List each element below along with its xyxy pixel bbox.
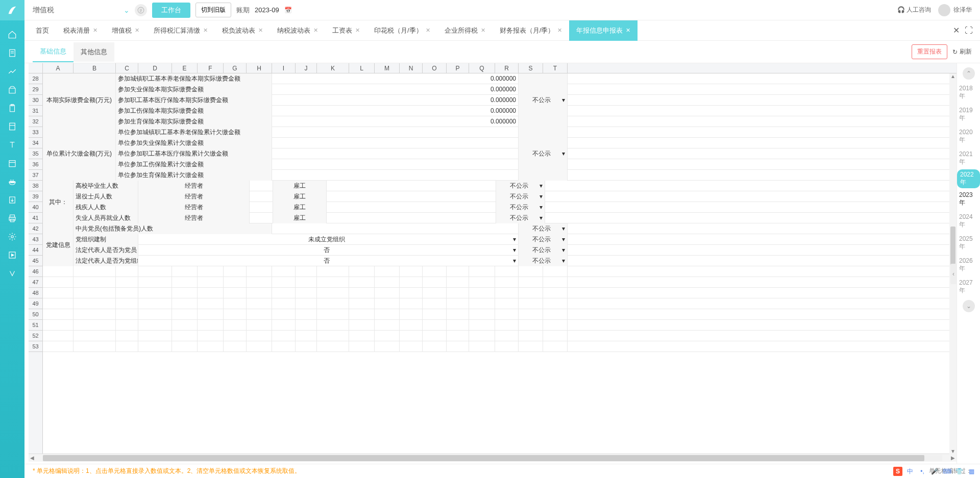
empty-cell[interactable] xyxy=(495,331,519,341)
empty-cell[interactable] xyxy=(447,277,469,288)
year-up-arrow[interactable]: ⌃ xyxy=(963,67,975,80)
empty-cell[interactable] xyxy=(224,277,247,288)
tab-3[interactable]: 所得税汇算清缴✕ xyxy=(146,20,215,41)
year-2026年[interactable]: 2026年 xyxy=(957,254,980,276)
col-header-I[interactable]: I xyxy=(272,63,296,73)
tab-0[interactable]: 首页 xyxy=(29,20,56,41)
col-header-M[interactable]: M xyxy=(375,63,400,73)
empty-cell[interactable] xyxy=(400,331,423,341)
close-icon[interactable]: ✕ xyxy=(426,27,430,34)
list-icon[interactable] xyxy=(135,4,147,16)
ime-mic-icon[interactable]: 🎤 xyxy=(930,467,939,476)
value-cell[interactable]: 0.000000 xyxy=(272,106,519,116)
item-label[interactable]: 失业人员再就业人数 xyxy=(74,213,138,223)
col-header-T[interactable]: T xyxy=(543,63,568,73)
empty-cell[interactable] xyxy=(224,298,247,309)
empty-cell[interactable] xyxy=(43,320,74,331)
empty-cell[interactable] xyxy=(272,309,296,320)
empty-cell[interactable] xyxy=(43,277,74,288)
empty-cell[interactable] xyxy=(423,288,447,298)
empty-cell[interactable] xyxy=(447,320,469,331)
select-all-corner[interactable] xyxy=(29,63,43,73)
empty-cell[interactable] xyxy=(423,341,447,352)
value-cell[interactable] xyxy=(272,138,519,148)
empty-cell[interactable] xyxy=(317,266,349,277)
item-label[interactable]: 退役士兵人数 xyxy=(74,191,138,202)
nav-settings-icon[interactable] xyxy=(0,228,24,246)
empty-cell[interactable] xyxy=(519,331,543,341)
empty-cell[interactable] xyxy=(349,331,375,341)
row-header-33[interactable]: 33 xyxy=(29,127,42,138)
empty-cell[interactable] xyxy=(224,266,247,277)
close-icon[interactable]: ✕ xyxy=(313,27,318,34)
row-header-41[interactable]: 41 xyxy=(29,213,42,223)
empty-cell[interactable] xyxy=(495,266,519,277)
empty-cell[interactable] xyxy=(349,266,375,277)
col-header-P[interactable]: P xyxy=(447,63,469,73)
nav-home-icon[interactable] xyxy=(0,26,24,44)
row-header-47[interactable]: 47 xyxy=(29,277,42,288)
empty-cell[interactable] xyxy=(447,288,469,298)
empty-cell[interactable] xyxy=(247,277,272,288)
item-label[interactable]: 党组织建制 xyxy=(74,234,138,245)
row-header-49[interactable]: 49 xyxy=(29,298,42,309)
empty-cell[interactable] xyxy=(495,288,519,298)
item-label[interactable]: 中共党员(包括预备党员)人数 xyxy=(74,223,272,234)
dropdown-cell[interactable]: 否▾ xyxy=(138,245,519,256)
row-header-51[interactable]: 51 xyxy=(29,320,42,331)
empty-cell[interactable] xyxy=(543,266,568,277)
disclose-dropdown[interactable]: 不公示▾ xyxy=(519,234,568,245)
empty-cell[interactable] xyxy=(423,320,447,331)
empty-cell[interactable] xyxy=(375,309,400,320)
year-2027年[interactable]: 2027年 xyxy=(957,276,980,298)
empty-cell[interactable] xyxy=(375,266,400,277)
app-logo[interactable] xyxy=(0,0,24,20)
empty-cell[interactable] xyxy=(349,298,375,309)
year-2020年[interactable]: 2020年 xyxy=(957,125,980,147)
empty-cell[interactable] xyxy=(138,341,172,352)
col-header-E[interactable]: E xyxy=(172,63,198,73)
disclose-dropdown[interactable]: 不公示▾ xyxy=(519,127,568,181)
close-icon[interactable]: ✕ xyxy=(258,27,263,34)
empty-cell[interactable] xyxy=(272,320,296,331)
empty-cell[interactable] xyxy=(543,341,568,352)
empty-cell[interactable] xyxy=(469,331,495,341)
row-header-46[interactable]: 46 xyxy=(29,266,42,277)
empty-cell[interactable] xyxy=(296,331,317,341)
row-header-52[interactable]: 52 xyxy=(29,331,42,341)
tab-5[interactable]: 纳税波动表✕ xyxy=(270,20,325,41)
nav-doc-icon[interactable] xyxy=(0,44,24,62)
disclose-dropdown[interactable]: 不公示▾ xyxy=(519,245,568,256)
ime-skin-icon[interactable]: 👕 xyxy=(954,467,964,476)
empty-cell[interactable] xyxy=(224,288,247,298)
close-icon[interactable]: ✕ xyxy=(135,27,139,34)
empty-cell[interactable] xyxy=(138,309,172,320)
value-cell[interactable] xyxy=(250,202,273,213)
empty-cell[interactable] xyxy=(172,288,198,298)
close-icon[interactable]: ✕ xyxy=(93,27,97,34)
ime-kbd-icon[interactable]: ⌨ xyxy=(942,467,951,476)
year-2023年[interactable]: 2023年 xyxy=(957,188,980,210)
refresh-link[interactable]: ↻ 刷新 xyxy=(952,44,972,59)
year-down-arrow[interactable]: ⌄ xyxy=(963,300,975,312)
empty-cell[interactable] xyxy=(272,277,296,288)
item-label[interactable]: 单位参加生育保险累计欠缴金额 xyxy=(116,170,272,181)
section-label[interactable]: 党建信息 xyxy=(43,223,74,266)
col-header-J[interactable]: J xyxy=(296,63,317,73)
close-icon[interactable]: ✕ xyxy=(355,27,360,34)
nav-text-icon[interactable] xyxy=(0,136,24,154)
tab-10[interactable]: 年报信息申报表✕ xyxy=(569,20,638,41)
col-header-S[interactable]: S xyxy=(519,63,543,73)
operator-cell[interactable]: 经营者 xyxy=(138,202,250,213)
employee-cell[interactable]: 雇工 xyxy=(273,191,327,202)
empty-cell[interactable] xyxy=(116,320,138,331)
empty-cell[interactable] xyxy=(172,320,198,331)
empty-cell[interactable] xyxy=(116,341,138,352)
year-2024年[interactable]: 2024年 xyxy=(957,210,980,232)
empty-cell[interactable] xyxy=(43,331,74,341)
nav-v-icon[interactable] xyxy=(0,264,24,283)
value-cell[interactable]: 0.000000 xyxy=(272,116,519,127)
empty-cell[interactable] xyxy=(317,277,349,288)
row-header-34[interactable]: 34 xyxy=(29,138,42,148)
empty-cell[interactable] xyxy=(349,277,375,288)
